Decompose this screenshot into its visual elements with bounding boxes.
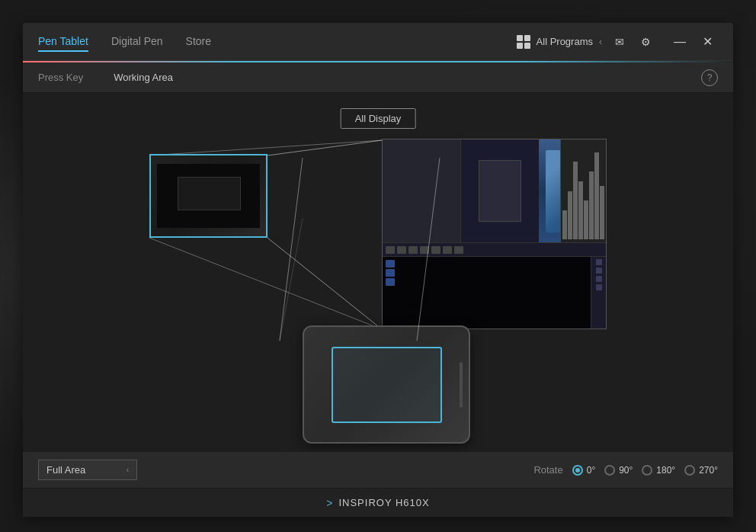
- title-bar-right: All Programs ‹ ✉ ⚙ — ✕: [517, 31, 718, 53]
- tablet-device: [303, 325, 470, 444]
- bottom-bar: Full Area ‹ Rotate 0° 90° 180°: [23, 451, 733, 488]
- hist-bars: [561, 139, 606, 242]
- hist-bar: [600, 186, 604, 239]
- radio-group: 0° 90° 180° 270°: [572, 465, 718, 476]
- grid-icon: [517, 35, 530, 49]
- title-bar: Pen Tablet Digital Pen Store All Program…: [23, 23, 733, 61]
- window-controls: — ✕: [669, 31, 718, 53]
- all-display-button[interactable]: All Display: [341, 108, 416, 129]
- svg-line-1: [267, 238, 382, 329]
- taskbar-icon: [408, 246, 418, 254]
- desktop-icon: [386, 269, 395, 277]
- taskbar-icon: [431, 246, 440, 254]
- screenshot-desktop: [383, 257, 606, 328]
- rotate-180-label: 180°: [656, 465, 675, 476]
- sidebar-panel: [591, 257, 606, 328]
- tab-pen-tablet[interactable]: Pen Tablet: [38, 32, 88, 52]
- select-arrow-icon: ‹: [127, 466, 129, 474]
- tab-store[interactable]: Store: [186, 32, 211, 52]
- svg-line-3: [149, 238, 382, 329]
- rotate-90-label: 90°: [619, 465, 633, 476]
- rotate-180-radio[interactable]: [642, 465, 652, 476]
- settings-icon[interactable]: ⚙: [637, 34, 654, 50]
- rotate-label: Rotate: [533, 464, 562, 476]
- hist-bar: [562, 210, 567, 239]
- programs-arrow[interactable]: ‹: [599, 37, 602, 47]
- rotate-270-label: 270°: [699, 465, 718, 476]
- screenshot-histogram: [560, 139, 606, 242]
- device-chevron-icon: >: [326, 497, 332, 509]
- hist-bar: [594, 152, 599, 240]
- rotate-90-option[interactable]: 90°: [604, 465, 633, 476]
- screenshot-bottom: [383, 243, 606, 328]
- hist-bar: [578, 181, 583, 239]
- svg-line-0: [267, 140, 382, 155]
- programs-label: All Programs: [537, 36, 593, 47]
- device-name-label: INSPIROY H610X: [338, 497, 429, 508]
- monitor-small-inner: [151, 155, 266, 236]
- main-content: All Display: [23, 93, 733, 451]
- rotate-section: Rotate 0° 90° 180° 270°: [533, 464, 718, 476]
- rotate-0-radio[interactable]: [572, 465, 583, 476]
- screenshot-center: [461, 139, 540, 242]
- sidebar-dot: [596, 276, 602, 282]
- rotate-0-option[interactable]: 0°: [572, 465, 595, 476]
- tablet-side-indicator: [460, 362, 463, 408]
- monitor-small: [149, 154, 267, 238]
- desktop-icon: [386, 278, 395, 286]
- screenshot-left-panel: [383, 139, 461, 242]
- monitor-large-inner: [383, 139, 606, 328]
- rotate-0-label: 0°: [587, 465, 595, 476]
- hist-bar: [589, 171, 594, 239]
- rotate-270-radio[interactable]: [684, 465, 695, 476]
- full-area-select[interactable]: Full Area ‹: [38, 460, 137, 480]
- help-button[interactable]: ?: [701, 69, 718, 86]
- desktop-icon: [386, 260, 395, 268]
- nav-tabs: Pen Tablet Digital Pen Store: [38, 32, 517, 52]
- minimize-button[interactable]: —: [669, 31, 690, 53]
- tab-digital-pen[interactable]: Digital Pen: [111, 32, 163, 52]
- rotate-270-option[interactable]: 270°: [684, 465, 718, 476]
- monitor-large: [382, 139, 607, 329]
- desktop-icon-row: [386, 260, 401, 286]
- rotate-90-radio[interactable]: [604, 465, 615, 476]
- sidebar-dot: [596, 268, 602, 274]
- app-window: Pen Tablet Digital Pen Store All Program…: [23, 23, 733, 517]
- taskbar-icon: [386, 246, 395, 254]
- tablet-active-area: [332, 347, 442, 423]
- tablet-area: [303, 325, 470, 444]
- svg-line-2: [149, 140, 382, 155]
- taskbar-icon: [397, 246, 406, 254]
- hist-bar: [584, 200, 588, 239]
- screenshot-taskbar: [383, 243, 606, 257]
- sidebar-dot: [596, 284, 602, 290]
- hist-bar: [573, 162, 578, 239]
- screenshot-top: [383, 139, 606, 243]
- programs-area: All Programs ‹: [517, 35, 602, 49]
- working-area-label: Working Area: [114, 72, 701, 83]
- screenshot-center-panel: [479, 160, 521, 222]
- mail-icon[interactable]: ✉: [611, 34, 628, 50]
- taskbar-icon: [420, 246, 429, 254]
- sidebar-dot: [596, 259, 602, 265]
- close-button[interactable]: ✕: [697, 31, 718, 53]
- sub-header: Press Key Working Area ?: [23, 62, 733, 93]
- taskbar-icon: [454, 246, 463, 254]
- press-key-label: Press Key: [38, 72, 83, 83]
- rotate-180-option[interactable]: 180°: [642, 465, 675, 476]
- taskbar-icon: [443, 246, 452, 254]
- screen-preview-dark: [157, 164, 261, 229]
- hist-bar: [568, 191, 572, 240]
- device-bar: > INSPIROY H610X: [23, 488, 733, 517]
